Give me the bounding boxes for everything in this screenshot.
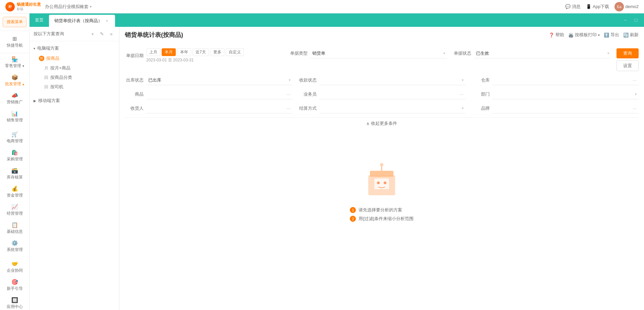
sidebar-item-quick-nav[interactable]: ⊞ 快捷导航 [0, 33, 29, 51]
industry-selector[interactable]: 办公用品行业模拟账套 ▾ [45, 4, 92, 10]
sidebar-item-purchase[interactable]: 🛍️ 采购管理 [0, 147, 29, 165]
warehouse-value[interactable]: 已出库 ▾ [146, 75, 292, 85]
message-icon: 💬 [565, 4, 571, 9]
more-date-btn[interactable]: 更多 [210, 48, 224, 56]
storage-label: 仓库 [471, 77, 490, 83]
tab-active[interactable]: 销货单统计表（按商品） × [49, 15, 115, 27]
add-scheme-btn[interactable]: + [89, 30, 96, 38]
collapse-panel-btn[interactable]: « [108, 30, 115, 38]
scheme-item-by-product[interactable]: 按 按商品 [30, 53, 119, 63]
empty-state: 1 请先选择要分析的方案 2 用[过滤]条件来缩小分析范围 [119, 133, 644, 249]
settle-value[interactable]: ▾ [319, 103, 466, 113]
top-bar: 好 畅捷通好生意 标版 办公用品行业模拟账套 ▾ 💬 消息 📱 App下载 Ea… [0, 0, 644, 13]
sidebar-item-ecommerce[interactable]: 🛒 电商管理 [0, 128, 29, 147]
last-month-btn[interactable]: 上月 [146, 48, 160, 56]
inventory-icon: 🗃️ [1, 167, 28, 174]
purchase-icon: 🛍️ [1, 149, 28, 156]
this-month-btn[interactable]: 本月 [162, 48, 176, 56]
svg-rect-1 [370, 171, 393, 177]
doc-status-caret: ▾ [607, 51, 609, 55]
query-btn[interactable]: 查询 [616, 48, 639, 58]
sidebar-item-finance[interactable]: 💰 资金管理 [0, 183, 29, 201]
search-menu-btn[interactable]: 搜索菜单 [3, 17, 26, 27]
help-icon: ❓ [549, 33, 554, 38]
dept-value[interactable]: ▾ [492, 89, 639, 99]
filter-dept-item: 部门 ▾ [471, 89, 639, 99]
collapse-filters-btn[interactable]: ∧ 收起更多条件 [125, 117, 639, 129]
scheme-sub-label-month: 按月+商品 [50, 65, 70, 71]
print-btn[interactable]: 🖨️ 按模板打印 ▾ [568, 32, 600, 38]
scheme-sub-by-driver[interactable]: 回 按司机 [30, 82, 119, 92]
filter-row-1: 单据日期 上月 本月 本年 近7天 更多 自定义 [125, 48, 639, 71]
settings-btn[interactable]: 设置 [616, 60, 639, 71]
storage-dots: ··· [633, 78, 637, 83]
split-area: 按以下方案查询 + ✎ « ▾ 电脑端方案 按 按商品 [30, 27, 644, 310]
storage-value[interactable]: ··· [492, 75, 639, 85]
message-btn[interactable]: 💬 消息 [565, 4, 581, 10]
sidebar-item-inventory[interactable]: 🗃️ 库存核算 [0, 165, 29, 183]
filter-salesman-item: 业务员 ··· [298, 89, 466, 99]
wholesale-expand-icon: ▴ [22, 82, 24, 86]
tab-bar: 首页 销货单统计表（按商品） × － □ [30, 13, 644, 27]
edit-scheme-btn[interactable]: ✎ [98, 30, 106, 38]
sidebar-item-wholesale[interactable]: 📦 批发管理 ▴ [0, 71, 29, 90]
sidebar-item-app-center[interactable]: 🔲 应用中心 [0, 294, 29, 310]
help-btn[interactable]: ❓ 帮助 [549, 32, 564, 38]
this-year-btn[interactable]: 本年 [177, 48, 191, 56]
last7-btn[interactable]: 近7天 [193, 48, 209, 56]
sidebar-item-retail[interactable]: 🏪 零售管理 ▾ [0, 53, 29, 71]
pc-group-arrow: ▾ [34, 47, 35, 50]
sidebar-item-operations[interactable]: 📈 经营管理 [0, 201, 29, 219]
receiver-value[interactable]: ··· [146, 103, 292, 113]
custom-date-btn[interactable]: 自定义 [226, 48, 244, 56]
pc-group-header[interactable]: ▾ 电脑端方案 [30, 43, 119, 53]
refresh-btn[interactable]: 🔄 刷新 [623, 32, 639, 38]
app-download-btn[interactable]: 📱 App下载 [586, 4, 609, 10]
salesman-dots: ··· [460, 92, 464, 97]
tab-home[interactable]: 首页 [30, 13, 49, 27]
hint-num-2: 2 [350, 216, 356, 222]
sidebar-item-enterprise[interactable]: 🤝 企业协同 [0, 258, 29, 276]
hint-item-1: 1 请先选择要分析的方案 [350, 207, 413, 213]
date-btns: 上月 本月 本年 近7天 更多 自定义 [146, 48, 283, 56]
newbie-icon: 🎯 [1, 279, 28, 285]
doc-type-value[interactable]: 销货单 ▾ [310, 48, 447, 58]
user-profile[interactable]: Ea demo2 [614, 2, 639, 11]
sub-icon-category: 回 [44, 75, 48, 81]
app-center-icon: 🔲 [1, 297, 28, 303]
page-header: 销货单统计表(按商品) ❓ 帮助 🖨️ 按模板打印 ▾ [125, 31, 639, 39]
sidebar-item-marketing[interactable]: 📣 营销推广 [0, 90, 29, 108]
industry-name: 办公用品行业模拟账套 [45, 4, 89, 10]
message-label: 消息 [572, 4, 581, 10]
system-icon: ⚙️ [1, 240, 28, 246]
sidebar-item-system[interactable]: ⚙️ 系统管理 [0, 237, 29, 255]
sidebar-item-newbie[interactable]: 🎯 新手引导 [0, 276, 29, 294]
filter-doctype-item: 单据类型 销货单 ▾ [289, 48, 447, 58]
sidebar-item-basic-info[interactable]: 📋 基础信息 [0, 219, 29, 237]
salesman-value[interactable]: ··· [319, 89, 466, 99]
tab-bar-maximize-btn[interactable]: □ [632, 16, 640, 24]
hint-item-2: 2 用[过滤]条件来缩小分析范围 [350, 216, 413, 222]
product-value[interactable]: ··· [146, 89, 292, 99]
scheme-sub-label-category: 按商品分类 [50, 74, 72, 81]
right-content: 销货单统计表(按商品) ❓ 帮助 🖨️ 按模板打印 ▾ [119, 27, 644, 310]
export-btn[interactable]: ⬆️ 导出 [604, 32, 619, 38]
left-panel-title: 按以下方案查询 [34, 31, 64, 37]
sidebar-item-sales[interactable]: 📊 销售管理 [0, 108, 29, 126]
filter-payment-item: 收款状态 ▾ [298, 75, 466, 85]
retail-expand-icon: ▾ [22, 64, 24, 68]
industry-dropdown-icon: ▾ [90, 5, 92, 8]
mobile-group-label: 移动端方案 [38, 98, 60, 104]
filter-settle-item: 结算方式 ▾ [298, 103, 466, 113]
logo-subtitle: 标版 [17, 7, 41, 11]
tab-bar-minimize-btn[interactable]: － [621, 16, 629, 24]
scheme-sub-by-category[interactable]: 回 按商品分类 [30, 73, 119, 82]
scheme-sub-by-month-product[interactable]: 月 按月+商品 [30, 63, 119, 73]
mobile-group-header[interactable]: ▶ 移动端方案 [30, 96, 119, 106]
mobile-schemes-group: ▶ 移动端方案 [30, 94, 119, 108]
tab-close-btn[interactable]: × [104, 18, 110, 23]
doc-status-value[interactable]: 已生效 ▾ [474, 48, 611, 58]
brand-value[interactable]: ··· [492, 103, 639, 113]
payment-value[interactable]: ▾ [319, 75, 466, 85]
date-filter-area: 上月 本月 本年 近7天 更多 自定义 2023-03-01 至 2023-03… [146, 48, 283, 63]
